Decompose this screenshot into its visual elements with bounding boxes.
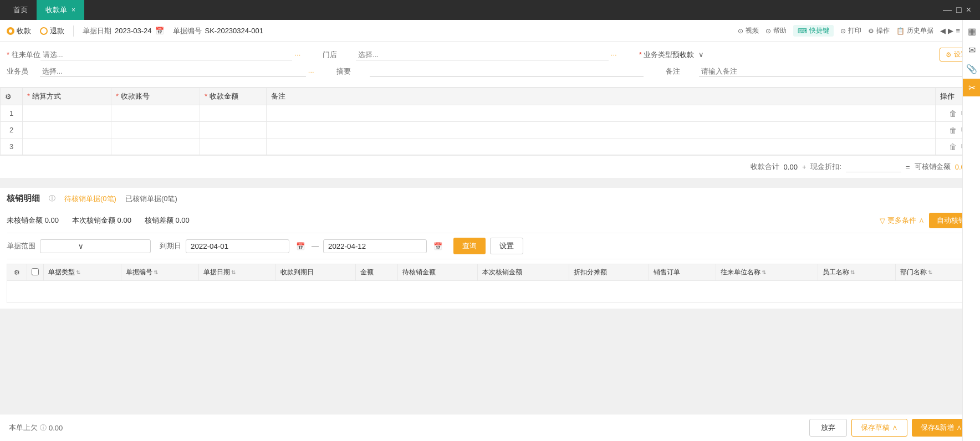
delete-icon-1[interactable]: 🗑 xyxy=(949,109,957,118)
salesperson-input[interactable] xyxy=(40,66,306,77)
account-no-1[interactable] xyxy=(111,105,200,122)
abandon-button[interactable]: 放弃 xyxy=(809,419,847,437)
verify-info-icon[interactable]: ⓘ xyxy=(49,194,55,203)
radio-receipt[interactable]: 收款 xyxy=(7,26,31,36)
filter-icon: ▽ xyxy=(880,217,885,225)
business-type-value: 预收款 xyxy=(672,50,694,60)
filter-action-btns: 查询 设置 xyxy=(453,238,523,254)
tab-receipt-label: 收款单 xyxy=(45,5,67,15)
due-date-start-input[interactable] xyxy=(186,239,289,253)
close-btn[interactable]: × xyxy=(966,5,971,15)
remark-input[interactable] xyxy=(699,66,973,77)
employee-name-header: 员工名称 ⇅ xyxy=(818,264,896,281)
doc-type-sort-icon: ⇅ xyxy=(76,269,80,275)
form-row-2: 业务员 ··· 摘要 备注 xyxy=(7,66,973,77)
counterparty-more-icon[interactable]: ··· xyxy=(294,50,300,59)
employee-label: 员工名称 xyxy=(823,268,849,277)
video-btn[interactable]: ⊙ 视频 xyxy=(738,26,759,35)
table-row: 3 🗑 ⧉ xyxy=(1,139,980,155)
amount-1[interactable] xyxy=(200,105,267,122)
filter-settings-button[interactable]: 设置 xyxy=(490,238,523,254)
sidebar-attachment-icon[interactable]: 📎 xyxy=(963,60,980,78)
counterparty-input[interactable] xyxy=(40,49,293,60)
amount-2[interactable] xyxy=(200,122,267,139)
radio-refund[interactable]: 退款 xyxy=(40,26,64,36)
stat-diff: 核销差额 0.00 xyxy=(145,216,190,225)
shortcut-label: 快捷键 xyxy=(809,26,829,35)
calendar-icon[interactable]: 📅 xyxy=(155,27,164,35)
salesperson-more-icon[interactable]: ··· xyxy=(308,68,314,76)
verify-tab-done[interactable]: 已核销单据(0笔) xyxy=(125,194,177,204)
bottom-spacer xyxy=(0,309,980,336)
verify-gear-header[interactable]: ⚙ xyxy=(7,264,27,281)
verify-checkbox-header[interactable] xyxy=(27,264,44,281)
counterparty-sort[interactable]: 往来单位名称 ⇅ xyxy=(721,268,813,277)
settle-method-1[interactable] xyxy=(23,105,111,122)
amount-3[interactable] xyxy=(200,139,267,155)
query-button[interactable]: 查询 xyxy=(453,238,486,254)
employee-sort[interactable]: 员工名称 ⇅ xyxy=(823,268,891,277)
remark-1[interactable] xyxy=(267,105,936,122)
select-all-checkbox[interactable] xyxy=(32,268,39,275)
verify-tab-pending[interactable]: 待核销单据(0笔) xyxy=(64,194,116,204)
sidebar-scissors-icon[interactable]: ✂ xyxy=(963,79,980,96)
maximize-btn[interactable]: □ xyxy=(956,5,962,15)
print-btn[interactable]: ⊙ 打印 xyxy=(840,26,861,35)
doc-type-sort[interactable]: 单据类型 ⇅ xyxy=(48,268,116,277)
account-no-2[interactable] xyxy=(111,122,200,139)
nav-next-icon[interactable]: ▶ xyxy=(948,27,953,35)
more-filter-btn[interactable]: ▽ 更多条件 ∧ xyxy=(880,216,925,225)
history-btn[interactable]: 📋 历史单据 xyxy=(896,26,933,35)
due-date-header: 收款到期日 xyxy=(276,264,355,281)
store-input[interactable] xyxy=(356,49,608,60)
cal-start-icon[interactable]: 📅 xyxy=(296,242,305,250)
tab-receipt[interactable]: 收款单 × xyxy=(37,0,84,20)
ops-btn[interactable]: ⚙ 操作 xyxy=(868,26,890,35)
due-date-end-input[interactable] xyxy=(323,239,427,253)
counterparty-label: 往来单位 xyxy=(7,50,40,60)
account-no-3[interactable] xyxy=(111,139,200,155)
remark-2[interactable] xyxy=(267,122,936,139)
dept-sort[interactable]: 部门名称 ⇅ xyxy=(900,268,968,277)
receipt-table: ⚙ 结算方式 收款账号 收款金额 备注 操作 1 xyxy=(0,88,980,155)
stat-uncancelled: 未核销金额 0.00 xyxy=(7,216,59,225)
tab-home[interactable]: 首页 xyxy=(4,0,37,20)
save-draft-button[interactable]: 保存草稿 ∧ xyxy=(851,419,907,437)
date-value: 2023-03-24 xyxy=(115,27,152,35)
business-type-select[interactable]: 预收款 ∨ xyxy=(672,50,704,60)
delete-icon-3[interactable]: 🗑 xyxy=(949,142,957,151)
remark-3[interactable] xyxy=(267,139,936,155)
discount-input[interactable] xyxy=(846,161,901,172)
delete-icon-2[interactable]: 🗑 xyxy=(949,126,957,135)
nav-list-icon[interactable]: ≡ xyxy=(956,27,960,35)
business-type-field: 业务类型 预收款 ∨ xyxy=(639,50,933,60)
minimize-btn[interactable]: — xyxy=(943,5,952,15)
settle-method-3[interactable] xyxy=(23,139,111,155)
verify-table-header: ⚙ 单据类型 ⇅ 单据编号 ⇅ xyxy=(7,264,973,281)
date-label: 单据日期 xyxy=(83,26,111,36)
doc-no-sort[interactable]: 单据编号 ⇅ xyxy=(126,268,194,277)
cal-end-icon[interactable]: 📅 xyxy=(433,242,442,250)
sidebar-mail-icon[interactable]: ✉ xyxy=(963,41,980,59)
help-btn[interactable]: ⊙ 帮助 xyxy=(765,26,787,35)
bottom-info-icon[interactable]: ⓘ xyxy=(40,423,47,433)
account-no-header: 收款账号 xyxy=(111,88,200,105)
doc-range-select[interactable]: ∨ xyxy=(40,239,151,253)
circle-icon: ⊙ xyxy=(738,27,743,35)
doc-range-label: 单据范围 xyxy=(7,241,35,251)
bottom-bar: 本单上欠 ⓘ 0.00 放弃 保存草稿 ∧ 保存&新增 ∧ xyxy=(0,414,980,441)
shortcut-btn[interactable]: ⌨ 快捷键 xyxy=(793,25,834,37)
tab-close-icon[interactable]: × xyxy=(72,6,75,14)
gear-column-header[interactable]: ⚙ xyxy=(1,88,23,105)
btn-group: 放弃 保存草稿 ∧ 保存&新增 ∧ xyxy=(809,419,971,437)
doc-date-sort[interactable]: 单据日期 ⇅ xyxy=(203,268,272,277)
nav-prev-icon[interactable]: ◀ xyxy=(940,27,946,35)
dept-sort-icon: ⇅ xyxy=(928,269,932,275)
gear-icon: ⚙ xyxy=(946,51,952,59)
docno-value: SK-20230324-001 xyxy=(205,27,264,35)
summary-input[interactable] xyxy=(370,66,644,77)
settle-method-2[interactable] xyxy=(23,122,111,139)
store-more-icon[interactable]: ··· xyxy=(611,50,617,59)
salesperson-label: 业务员 xyxy=(7,66,40,76)
sidebar-table-icon[interactable]: ▦ xyxy=(963,22,980,40)
